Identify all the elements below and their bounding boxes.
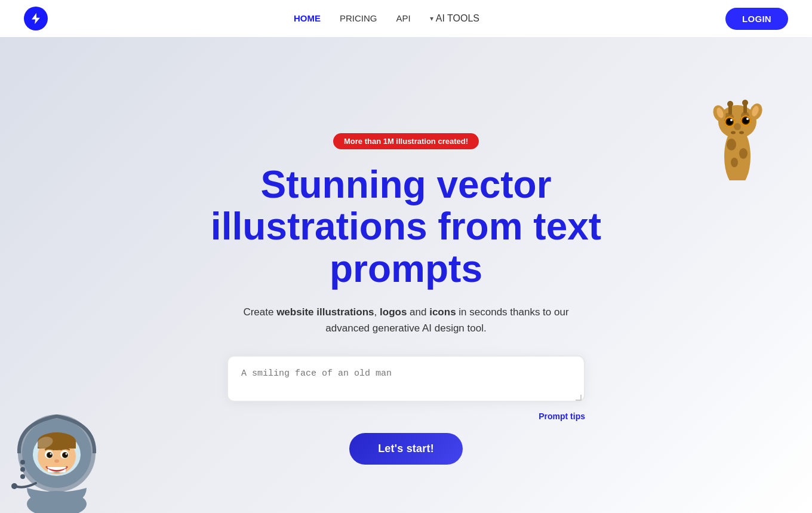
subtext-bold3: icons (429, 306, 456, 318)
nav-item-home[interactable]: HOME (294, 13, 321, 24)
ai-tools-dropdown[interactable]: ▾ AI TOOLS (430, 13, 479, 24)
subtext-plain1: Create (243, 306, 276, 318)
chevron-down-icon: ▾ (430, 14, 433, 23)
subtext-bold2: logos (380, 306, 407, 318)
nav-link-api[interactable]: API (396, 13, 411, 23)
ai-tools-label: AI TOOLS (436, 13, 479, 24)
nav-item-pricing[interactable]: PRICING (340, 13, 377, 24)
milestone-badge: More than 1M illustration created! (333, 133, 479, 149)
nav-link-home[interactable]: HOME (294, 13, 321, 23)
headline-line1: Stunning vector (260, 163, 551, 206)
astronaut-svg (0, 400, 113, 513)
svg-point-26 (731, 131, 736, 134)
giraffe-svg (699, 79, 776, 180)
svg-point-41 (66, 453, 67, 455)
nav-links: HOME PRICING API ▾ AI TOOLS (294, 13, 479, 24)
svg-point-27 (739, 131, 744, 134)
headline-line2: illustrations from text (211, 205, 601, 248)
svg-point-13 (727, 101, 733, 107)
svg-point-48 (11, 483, 17, 489)
nav-link-pricing[interactable]: PRICING (340, 13, 377, 23)
svg-point-4 (731, 158, 738, 167)
headline-line3: prompts (330, 247, 482, 290)
navbar: HOME PRICING API ▾ AI TOOLS LOGIN (0, 0, 812, 37)
hero-headline: Stunning vector illustrations from text … (211, 164, 601, 290)
svg-point-24 (730, 119, 733, 121)
svg-point-46 (20, 467, 25, 472)
resize-handle (576, 395, 582, 401)
svg-point-3 (739, 148, 748, 159)
prompt-tips-row: Prompt tips (227, 411, 585, 421)
svg-point-15 (742, 100, 748, 106)
prompt-container (227, 355, 585, 404)
subtext-bold1: website illustrations (276, 306, 374, 318)
login-button[interactable]: LOGIN (725, 8, 788, 30)
svg-point-7 (734, 123, 741, 130)
prompt-input[interactable] (227, 355, 585, 402)
svg-point-25 (746, 118, 749, 120)
nav-item-api[interactable]: API (396, 13, 411, 24)
svg-point-47 (20, 474, 25, 479)
hero-section: More than 1M illustration created! Stunn… (0, 37, 812, 513)
subtext-plain3: and (407, 306, 429, 318)
giraffe-illustration (699, 79, 776, 180)
logo[interactable] (24, 7, 48, 30)
svg-point-40 (50, 453, 52, 455)
svg-point-42 (54, 459, 59, 463)
nav-item-ai-tools[interactable]: ▾ AI TOOLS (430, 13, 479, 24)
cta-button[interactable]: Let's start! (349, 433, 463, 465)
astronaut-illustration (0, 400, 113, 513)
hero-subtext: Create website illustrations, logos and … (233, 304, 579, 336)
subtext-plain2: , (374, 306, 380, 318)
svg-point-2 (727, 139, 736, 150)
lightning-icon (29, 12, 42, 25)
svg-point-45 (20, 460, 25, 465)
logo-icon (24, 7, 48, 30)
prompt-tips-link[interactable]: Prompt tips (539, 411, 585, 421)
